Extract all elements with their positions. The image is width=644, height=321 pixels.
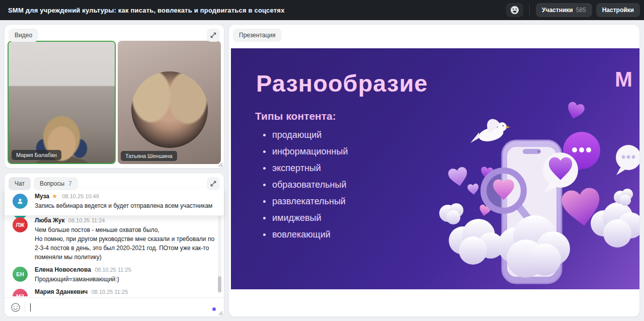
tab-chat[interactable]: Чат [9, 177, 31, 190]
message-header: Елена Новоселова 08.10.25 11:25 [35, 266, 216, 273]
chat-message: МЗ Мария Зданкевич 08.10.25 11:25 Добрый… [13, 288, 216, 296]
participants-count: 585 [576, 7, 586, 14]
top-bar: SMM для учреждений культуры: как писать,… [0, 0, 644, 20]
resize-handle-icon[interactable] [218, 310, 223, 315]
message-header: Люба Жук 08.10.25 11:24 [35, 217, 216, 224]
slide-title: Разнообразие [256, 69, 428, 97]
webinar-title: SMM для учреждений культуры: как писать,… [8, 7, 285, 14]
chat-scrollbar[interactable] [218, 206, 221, 293]
topbar-controls: Участники 585 Настройки [506, 3, 640, 17]
settings-button[interactable]: Настройки [596, 3, 640, 17]
chat-panel: Чат Вопросы 7 Муза ★ 08.10.25 10:49 Запи… [4, 173, 224, 317]
expand-icon [210, 32, 217, 39]
presentation-panel-header: Презентация [233, 29, 282, 42]
slide-subtitle: Типы контента: [255, 110, 336, 122]
person-icon [17, 198, 24, 205]
chat-message-list[interactable]: Что значит продающий? ЛЖ Люба Жук 08.10.… [5, 203, 218, 296]
tab-questions[interactable]: Вопросы 7 [34, 177, 78, 190]
slide-bullet: вовлекающий [263, 229, 348, 239]
participant-photo [118, 41, 221, 164]
webcam-feed [9, 42, 115, 163]
slide-bullet: развлекательный [263, 196, 348, 206]
slide-bullet-list: продающий информационный экспертный обра… [263, 130, 348, 246]
slide-bullet: экспертный [263, 163, 348, 173]
avatar: МЗ [13, 289, 28, 296]
slide-bullet: имиджевый [263, 213, 348, 223]
participant-name-badge: Мария Балабан [12, 150, 61, 160]
chat-message: ЛЖ Люба Жук 08.10.25 11:24 Чем больше по… [13, 217, 216, 266]
tab-presentation[interactable]: Презентация [233, 29, 282, 42]
video-tile-maria-balaban[interactable]: Мария Балабан [8, 41, 116, 164]
message-header: Мария Зданкевич 08.10.25 11:25 [35, 288, 216, 295]
text-cursor [30, 303, 31, 311]
expand-icon [210, 180, 217, 187]
message-author: Мария Зданкевич [35, 288, 88, 295]
video-expand-button[interactable] [207, 29, 220, 42]
chat-scrollbar-thumb[interactable] [218, 276, 221, 292]
slide-illustration [420, 48, 640, 289]
message-text: Продающий=заманивающий:) [35, 275, 216, 284]
presentation-panel: Презентация Разнообразие Типы контента: … [228, 24, 640, 317]
message-author: Муза [35, 193, 49, 200]
slide-bullet: информационный [263, 146, 348, 156]
message-time: 08.10.25 10:49 [62, 193, 99, 199]
reactions-button[interactable] [506, 3, 523, 17]
chat-message: ЕН Елена Новоселова 08.10.25 11:25 Прода… [13, 266, 216, 288]
slide: Разнообразие Типы контента: продающий ин… [231, 48, 640, 289]
message-author: Елена Новоселова [35, 266, 91, 273]
notification-dot [212, 307, 216, 311]
smiley-icon [510, 6, 519, 15]
avatar: ЛЖ [13, 217, 28, 232]
message-time: 08.10.25 11:25 [92, 289, 128, 295]
video-tile-tatiana-shenshina[interactable]: Татьяна Шеншина [118, 41, 221, 164]
avatar-muza [13, 194, 28, 209]
dove-illustration [470, 119, 510, 144]
video-panel: Видео Мария Балабан Татьяна Шеншина [4, 24, 224, 169]
participant-name-badge: Татьяна Шеншина [121, 151, 177, 161]
avatar: ЕН [13, 267, 28, 282]
emoji-picker-icon[interactable] [11, 302, 21, 312]
pinned-message-text: Запись вебинара ведется и будет отправле… [35, 201, 216, 210]
slide-bullet: продающий [263, 130, 348, 140]
chat-input-bar[interactable] [5, 297, 224, 316]
tab-questions-label: Вопросы [40, 180, 64, 187]
message-time: 08.10.25 11:25 [95, 267, 131, 273]
avatar [131, 71, 208, 148]
questions-count-badge: 7 [68, 180, 72, 187]
input-divider [25, 302, 25, 312]
chat-expand-button[interactable] [207, 177, 220, 190]
slide-bullet: образовательный [263, 180, 348, 190]
message-text: Но помню, при другом руководстве мне ска… [35, 234, 216, 262]
dots-bubble-illustration [616, 145, 640, 175]
chat-panel-header: Чат Вопросы 7 [9, 177, 78, 190]
video-tiles: Мария Балабан Татьяна Шеншина [8, 41, 221, 164]
message-text: Чем больше постов - меньше охватов было, [35, 225, 216, 234]
tab-video[interactable]: Видео [9, 29, 38, 42]
participants-label: Участники [542, 7, 573, 14]
participants-button[interactable]: Участники 585 [536, 3, 592, 17]
message-author: Люба Жук [35, 217, 64, 224]
resize-handle-icon[interactable] [218, 162, 223, 167]
pinned-message-header: Муза ★ 08.10.25 10:49 [35, 193, 216, 200]
topbar-divider [529, 5, 530, 16]
star-icon: ★ [52, 193, 57, 200]
message-time: 08.10.25 11:24 [68, 217, 105, 223]
video-panel-header: Видео [9, 29, 38, 42]
like-bubble-illustration [543, 152, 578, 193]
pinned-message[interactable]: Муза ★ 08.10.25 10:49 Запись вебинара ве… [5, 188, 224, 216]
